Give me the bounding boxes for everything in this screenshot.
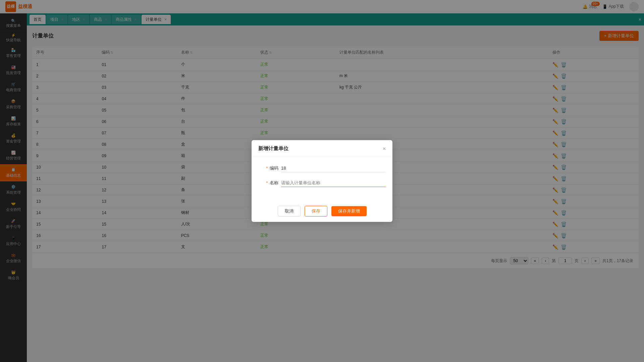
modal-body: * 编码 * 名称 <box>252 156 392 202</box>
save-button[interactable]: 保存 <box>305 206 327 217</box>
add-unit-modal: 新增计量单位 × * 编码 * 名称 取消 保存 保存并新增 <box>252 140 392 222</box>
required-star-name: * <box>266 180 268 185</box>
modal-header: 新增计量单位 × <box>252 140 392 156</box>
code-input[interactable] <box>281 164 386 172</box>
required-star-code: * <box>266 166 268 171</box>
modal-overlay[interactable]: 新增计量单位 × * 编码 * 名称 取消 保存 保存并新增 <box>0 0 644 362</box>
form-row-name: * 名称 <box>258 179 386 187</box>
modal-footer: 取消 保存 保存并新增 <box>252 202 392 222</box>
cancel-button[interactable]: 取消 <box>278 206 301 217</box>
modal-title: 新增计量单位 <box>258 145 288 152</box>
name-label: * 名称 <box>258 180 278 186</box>
modal-close-button[interactable]: × <box>383 146 386 152</box>
form-row-code: * 编码 <box>258 164 386 172</box>
save-and-new-button[interactable]: 保存并新增 <box>331 206 367 216</box>
code-label: * 编码 <box>258 165 278 171</box>
name-input[interactable] <box>281 179 386 187</box>
